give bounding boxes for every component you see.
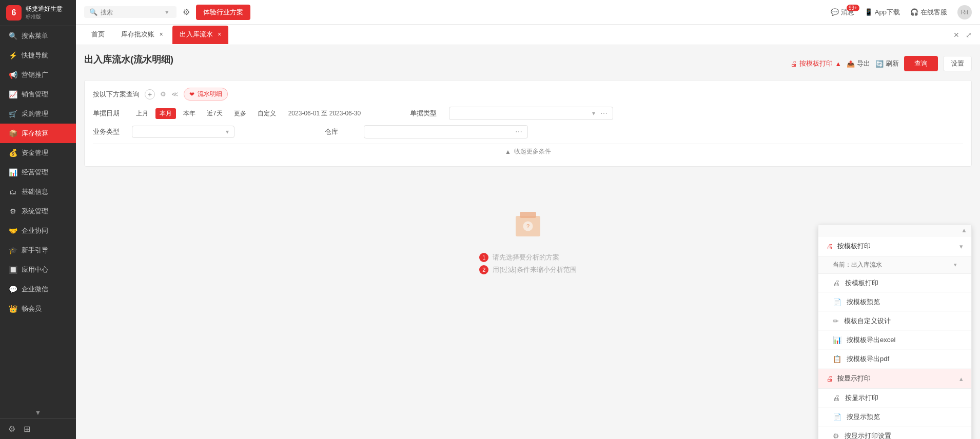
sidebar-item-guide[interactable]: 🎓 新手引导	[0, 241, 76, 260]
sidebar-item-weixin[interactable]: 💬 企业微信	[0, 280, 76, 299]
sidebar-item-system[interactable]: ⚙ 系统管理	[0, 202, 76, 221]
doc-type-select[interactable]: ▾ ⋯	[449, 107, 613, 120]
step2-number: 2	[479, 265, 488, 274]
sidebar-item-label: 基础信息	[22, 187, 48, 196]
tab-batch-account[interactable]: 库存批次账 ×	[114, 26, 170, 44]
sidebar: 6 畅捷通好生意 标准版 🔍 搜索菜单 ⚡ 快捷导航 📢 营销推广 📈 销售管理…	[0, 0, 76, 439]
tab-close-batch[interactable]: ×	[160, 31, 163, 38]
sidebar-item-operation[interactable]: 📊 经营管理	[0, 163, 76, 182]
sidebar-item-purchase[interactable]: 🛒 采购管理	[0, 104, 76, 124]
app-name: 畅捷通好生意	[26, 5, 63, 13]
filter-chip[interactable]: ❤ 流水明细	[184, 88, 228, 101]
sidebar-item-finance[interactable]: 💰 资金管理	[0, 143, 76, 163]
filter-gear-icon[interactable]: ⚙	[160, 90, 166, 98]
sidebar-item-inventory[interactable]: 📦 库存核算	[0, 124, 76, 143]
folder-icon: 🗂	[8, 188, 17, 196]
sidebar-item-collab[interactable]: 🤝 企业协同	[0, 221, 76, 241]
dropdown-template-pdf[interactable]: 📋 按模板导出pdf	[818, 350, 971, 369]
date-opt-last-month[interactable]: 上月	[132, 108, 152, 119]
sidebar-item-label: 快捷导航	[22, 51, 48, 60]
sidebar-item-label: 经营管理	[22, 168, 48, 177]
sidebar-nav: 🔍 搜索菜单 ⚡ 快捷导航 📢 营销推广 📈 销售管理 🛒 采购管理 📦 库存核…	[0, 26, 76, 407]
trial-button[interactable]: 体验行业方案	[196, 5, 250, 20]
sidebar-item-basic[interactable]: 🗂 基础信息	[0, 182, 76, 202]
sidebar-item-member[interactable]: 👑 畅会员	[0, 299, 76, 318]
warehouse-select[interactable]: ⋯	[364, 125, 528, 138]
sidebar-item-label: 畅会员	[22, 304, 42, 313]
app-header: 🔍 ▾ ⚙ 体验行业方案 💬 消息 99+ 📱 App下载 🎧 在线客服 Rit	[76, 0, 980, 25]
tab-close-flow[interactable]: ×	[218, 31, 221, 38]
tab-home[interactable]: 首页	[84, 26, 112, 44]
app-logo-icon: 6	[6, 5, 22, 21]
chevron-down-icon: ▾	[592, 110, 595, 117]
doc-type-more-icon[interactable]: ⋯	[600, 109, 607, 117]
filter-add-button[interactable]: +	[145, 89, 155, 99]
preview-icon: 📄	[833, 298, 841, 306]
dropdown-display-preview[interactable]: 📄 按显示预览	[818, 408, 971, 427]
settings-button[interactable]: 设置	[943, 56, 972, 71]
date-opt-last-7[interactable]: 近7天	[203, 108, 227, 119]
dropdown-template-print[interactable]: 🖨 按模板打印	[818, 274, 971, 293]
page-title: 出入库流水(流水明细)	[84, 53, 173, 66]
sidebar-item-search[interactable]: 🔍 搜索菜单	[0, 26, 76, 46]
tab-flow[interactable]: 出入库流水 ×	[172, 26, 229, 44]
filter-chip-icon: ❤	[189, 91, 194, 98]
sidebar-item-marketing[interactable]: 📢 营销推广	[0, 65, 76, 85]
message-button[interactable]: 💬 消息 99+	[831, 8, 854, 17]
svg-rect-1	[520, 212, 536, 218]
user-avatar[interactable]: Rit	[957, 5, 972, 19]
sidebar-item-apps[interactable]: 🔲 应用中心	[0, 260, 76, 280]
dropdown-display-print[interactable]: 🖨 按显示打印	[818, 389, 971, 408]
date-filter-label: 单据日期	[93, 109, 124, 118]
sidebar-item-quick-nav[interactable]: ⚡ 快捷导航	[0, 46, 76, 65]
page-toolbar: 🖨 按模板打印 ▲ 📤 导出 🔄 刷新 查询 设置	[791, 56, 972, 71]
close-window-icon[interactable]: ✕	[953, 31, 959, 39]
search-input[interactable]	[101, 9, 162, 16]
refresh-button[interactable]: 🔄 刷新	[875, 59, 899, 68]
chat-icon: 💬	[8, 285, 17, 293]
display-print-section-header[interactable]: 🖨 按显示打印 ▴	[818, 369, 971, 389]
sidebar-item-label: 采购管理	[22, 109, 48, 118]
template-print-section-header[interactable]: 🖨 按模板打印 ▾	[818, 236, 971, 256]
main-content: 🔍 ▾ ⚙ 体验行业方案 💬 消息 99+ 📱 App下载 🎧 在线客服 Rit	[76, 0, 980, 439]
handshake-icon: 🤝	[8, 227, 17, 235]
chevron-down-icon: ▾	[165, 8, 169, 16]
query-button[interactable]: 查询	[904, 56, 938, 71]
gear-icon[interactable]: ⚙	[183, 7, 190, 17]
date-opt-more[interactable]: 更多	[230, 108, 250, 119]
date-opt-this-month[interactable]: 本月	[155, 108, 176, 119]
date-opt-this-year[interactable]: 本年	[179, 108, 200, 119]
dropdown-display-print-settings[interactable]: ⚙ 按显示打印设置	[818, 427, 971, 439]
sidebar-scroll-down[interactable]: ▼	[0, 407, 76, 418]
sidebar-logo: 6 畅捷通好生意 标准版	[0, 0, 76, 26]
header-search-box[interactable]: 🔍 ▾	[84, 6, 177, 18]
settings-bottom-icon[interactable]: ⚙	[8, 424, 15, 434]
headset-icon: 🎧	[910, 8, 918, 16]
online-service-button[interactable]: 🎧 在线客服	[910, 8, 947, 17]
business-type-select[interactable]: ▾	[132, 126, 234, 138]
dropdown-template-preview[interactable]: 📄 按模板预览	[818, 293, 971, 312]
expand-window-icon[interactable]: ⤢	[966, 31, 972, 39]
warehouse-more-icon[interactable]: ⋯	[515, 128, 522, 136]
print-template-button[interactable]: 🖨 按模板打印 ▲	[791, 59, 841, 68]
filter-collapse-icon[interactable]: ≪	[171, 90, 179, 98]
filter-chip-label: 流水明细	[198, 90, 222, 98]
dropdown-template-custom[interactable]: ✏ 模板自定义设计	[818, 312, 971, 331]
download-icon: 📱	[865, 8, 873, 16]
chevron-up-icon: ▲	[505, 148, 511, 155]
printer2-icon: 🖨	[833, 394, 840, 402]
sidebar-item-sales[interactable]: 📈 销售管理	[0, 85, 76, 104]
business-type-label: 业务类型	[93, 127, 124, 136]
business-type-row: 业务类型 ▾ 仓库 ⋯	[93, 125, 963, 138]
dropdown-template-excel[interactable]: 📊 按模板导出excel	[818, 331, 971, 350]
collapse-button[interactable]: ▲ 收起更多条件	[93, 144, 963, 159]
design-icon: ✏	[833, 317, 839, 325]
app-download-button[interactable]: 📱 App下载	[865, 8, 900, 17]
print-dropdown-panel: ▲ 🖨 按模板打印 ▾ 当前：出入库流水 ▾ 🖨	[818, 224, 972, 439]
grid-icon: 🔲	[8, 266, 17, 274]
scroll-up-indicator[interactable]: ▲	[818, 225, 971, 236]
export-button[interactable]: 📤 导出	[847, 59, 870, 68]
expand-bottom-icon[interactable]: ⊞	[24, 424, 30, 434]
crown-icon: 👑	[8, 305, 17, 313]
date-opt-custom[interactable]: 自定义	[253, 108, 280, 119]
